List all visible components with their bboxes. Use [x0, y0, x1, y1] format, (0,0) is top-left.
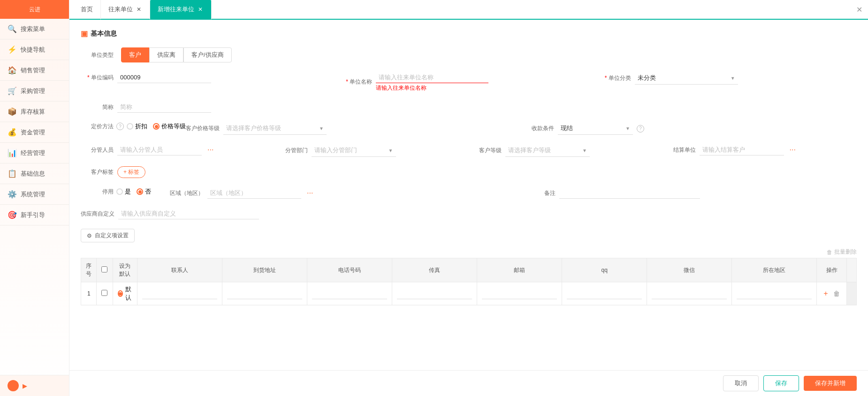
batch-delete-button[interactable]: 🗑 批量删除 — [827, 248, 857, 256]
sidebar-item-sales[interactable]: 🏠 销售管理 — [0, 60, 69, 81]
manager-row: 分管人员 ··· 分管部门 请输入分管部门 ▼ 客户等级 请选择客户等级 ▼ 结… — [81, 144, 857, 157]
radio-yes-circle — [116, 188, 123, 195]
row-default-radio[interactable]: 默认 — [118, 285, 133, 302]
contact-input[interactable] — [142, 288, 217, 299]
remark-input[interactable] — [559, 187, 700, 199]
finance-icon: 💰 — [8, 128, 17, 137]
email-input[interactable] — [482, 288, 557, 299]
fax-input[interactable] — [397, 288, 472, 299]
tags-row: 客户标签 + 标签 — [81, 166, 857, 178]
radio-price-level[interactable]: 价格等级 — [153, 122, 186, 131]
customer-level-select[interactable]: 请选择客户等级 ▼ — [505, 144, 590, 157]
short-name-input[interactable] — [117, 101, 211, 113]
supplier-custom-input[interactable] — [118, 208, 259, 219]
save-new-button[interactable]: 保存并新增 — [804, 376, 857, 391]
unit-name-input[interactable] — [376, 72, 488, 83]
unit-type-label: 单位类型 — [81, 51, 114, 59]
sidebar-item-finance[interactable]: 💰 资金管理 — [0, 122, 69, 143]
dept-label: 分管部门 — [275, 147, 308, 155]
type-btn-customer[interactable]: 客户 — [121, 47, 149, 62]
supplier-custom-label: 供应商自定义 — [81, 210, 114, 218]
section-title-icon: ▣ — [81, 29, 88, 38]
unit-category-label: 单位分类 — [598, 74, 631, 82]
th-email: 邮箱 — [477, 258, 562, 282]
disabled-region-row: 停用 是 否 区域（地区） ··· 备注 — [81, 187, 857, 199]
unit-name-label: 单位名称 — [339, 78, 372, 86]
manager-dots-btn[interactable]: ··· — [206, 146, 215, 154]
cancel-button[interactable]: 取消 — [723, 375, 759, 391]
default-radio-circle — [118, 290, 123, 297]
row-contact — [137, 282, 222, 305]
region-label: 区域（地区） — [170, 189, 204, 197]
sidebar-logo: 云进 — [0, 0, 69, 19]
manager-input[interactable] — [117, 144, 202, 155]
region-input[interactable] — [207, 187, 301, 199]
payment-terms-label: 收款条件 — [521, 124, 554, 132]
pricing-label: 定价方法 — [81, 123, 114, 131]
unit-type-row: 单位类型 客户 供应离 客户/供应商 — [81, 47, 857, 62]
sidebar-item-guide[interactable]: 🎯 新手引导 — [0, 205, 69, 225]
pricing-help-icon[interactable]: ? — [116, 123, 124, 130]
tab-new-partner[interactable]: 新增往来单位 ✕ — [150, 0, 212, 19]
sidebar-bottom: ▶ — [0, 375, 69, 396]
sidebar-item-base-info[interactable]: 📋 基础信息 — [0, 163, 69, 184]
tab-partners-close[interactable]: ✕ — [136, 5, 142, 14]
sidebar-item-quick-nav[interactable]: ⚡ 快捷导航 — [0, 39, 69, 60]
type-btn-both[interactable]: 客户/供应商 — [183, 47, 232, 62]
tab-new-partner-close[interactable]: ✕ — [197, 5, 204, 14]
phone-input[interactable] — [312, 288, 387, 299]
unit-code-input[interactable] — [117, 72, 211, 83]
qq-input[interactable] — [567, 288, 642, 299]
dept-chevron: ▼ — [388, 148, 393, 153]
th-contact: 联系人 — [137, 258, 222, 282]
window-close-button[interactable]: ✕ — [856, 5, 862, 14]
sidebar-item-search[interactable]: 🔍 搜索菜单 — [0, 19, 69, 39]
unit-category-select[interactable]: 未分类 ▼ — [635, 72, 738, 85]
quick-nav-icon: ⚡ — [8, 45, 17, 54]
type-btn-supplier[interactable]: 供应离 — [149, 47, 183, 62]
payment-terms-help-icon[interactable]: ? — [637, 125, 644, 132]
sidebar-item-purchase[interactable]: 🛒 采购管理 — [0, 81, 69, 101]
delete-row-button[interactable]: 🗑 — [831, 290, 842, 297]
payment-terms-select[interactable]: 现结 ▼ — [558, 122, 633, 135]
operations-icon: 📊 — [8, 148, 17, 157]
save-button[interactable]: 保存 — [763, 375, 799, 391]
radio-no[interactable]: 否 — [137, 187, 151, 196]
main-area: 首页 往来单位 ✕ 新增往来单位 ✕ ✕ ▣ 基本信息 单位类型 客户 供应离 … — [69, 0, 868, 396]
radio-discount[interactable]: 折扣 — [127, 122, 147, 131]
expand-icon[interactable]: ▶ — [23, 382, 27, 389]
sidebar-item-system[interactable]: ⚙️ 系统管理 — [0, 184, 69, 205]
purchase-icon: 🛒 — [8, 86, 17, 95]
region-dots-btn[interactable]: ··· — [305, 189, 315, 197]
tab-bar: 首页 往来单位 ✕ 新增往来单位 ✕ ✕ — [69, 0, 868, 20]
unit-category-group: 单位分类 未分类 ▼ — [598, 72, 857, 85]
custom-settings-button[interactable]: ⚙ 自定义项设置 — [81, 229, 135, 242]
unit-name-input-wrapper: 请输入往来单位名称 — [376, 72, 598, 92]
settlement-input[interactable] — [700, 144, 784, 155]
tab-partners[interactable]: 往来单位 ✕ — [101, 0, 150, 19]
row-region-input[interactable] — [737, 288, 812, 299]
unit-category-chevron: ▼ — [731, 76, 735, 81]
wechat-input[interactable] — [652, 288, 727, 299]
manager-label: 分管人员 — [81, 146, 114, 154]
add-row-button[interactable]: + — [822, 289, 830, 297]
add-tag-button[interactable]: + 标签 — [117, 166, 145, 178]
th-address: 到货地址 — [222, 258, 307, 282]
row-phone — [307, 282, 392, 305]
disabled-label: 停用 — [81, 188, 114, 196]
dept-select[interactable]: 请输入分管部门 ▼ — [312, 144, 396, 157]
customer-price-select[interactable]: 请选择客户价格等级 ▼ — [223, 122, 327, 135]
row-checkbox[interactable] — [101, 290, 107, 296]
pricing-radio-group: 折扣 价格等级 — [127, 122, 186, 131]
tab-home[interactable]: 首页 — [73, 0, 101, 19]
radio-yes[interactable]: 是 — [116, 187, 131, 196]
row-fax — [392, 282, 477, 305]
table-header-row: 序号 设为默认 联系人 到货地址 电话号码 传真 邮箱 qq 微信 所在地区 操… — [81, 258, 857, 282]
sidebar-item-operations[interactable]: 📊 经营管理 — [0, 143, 69, 163]
settlement-dots-btn[interactable]: ··· — [788, 146, 798, 154]
dept-group: 分管部门 请输入分管部门 ▼ — [275, 144, 469, 157]
address-input[interactable] — [227, 288, 302, 299]
select-all-checkbox[interactable] — [101, 266, 107, 272]
sidebar-item-inventory[interactable]: 📦 库存核算 — [0, 101, 69, 122]
radio-price-level-circle — [153, 123, 160, 130]
